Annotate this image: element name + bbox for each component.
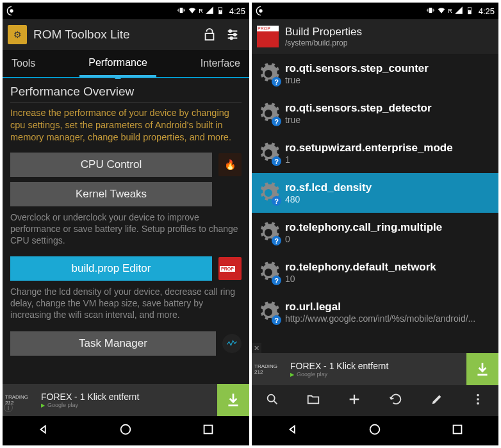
clock: 4:25 — [229, 6, 245, 16]
back-button[interactable] — [286, 422, 300, 439]
download-icon[interactable] — [466, 353, 498, 385]
ad-store: Google play — [290, 371, 466, 377]
property-name: ro.telephony.call_ring.multiple — [285, 221, 493, 234]
svg-point-13 — [268, 395, 275, 402]
bottom-toolbar — [252, 385, 498, 416]
property-value: http://www.google.com/intl/%s/mobile/and… — [285, 313, 493, 324]
navbar — [3, 416, 249, 445]
vibrate-icon — [177, 6, 186, 17]
svg-point-9 — [259, 9, 262, 12]
status-bar: R 4:25 — [252, 3, 498, 19]
recent-button[interactable] — [450, 422, 464, 439]
property-value: 0 — [285, 234, 493, 244]
app-header: ⚙ ROM Toolbox Lite — [3, 19, 249, 50]
property-row[interactable]: ro.telephony.call_ring.multiple0 — [252, 213, 498, 253]
add-icon[interactable] — [347, 392, 361, 409]
gear-icon — [257, 62, 280, 85]
ad-store: Google play — [41, 402, 217, 408]
svg-point-5 — [234, 33, 236, 36]
ad-banner[interactable]: ✕ TRADING 212 FOREX - 1 Klick entfernt G… — [252, 353, 498, 385]
svg-point-6 — [230, 37, 233, 40]
task-manager-button[interactable]: Task Manager — [10, 331, 216, 356]
property-row[interactable]: ro.qti.sensors.step_detectortrue — [252, 94, 498, 133]
property-name: ro.sf.lcd_density — [285, 181, 493, 194]
tabs: Tools Performance Interface — [3, 50, 249, 78]
svg-rect-8 — [204, 426, 212, 434]
edit-icon[interactable] — [430, 392, 444, 409]
settings-sliders-icon[interactable] — [221, 28, 244, 42]
gear-icon — [257, 142, 280, 165]
gear-icon — [257, 301, 280, 324]
property-row[interactable]: ro.setupwizard.enterprise_mode1 — [252, 133, 498, 173]
svg-point-17 — [370, 425, 380, 435]
tab-interface[interactable]: Interface — [192, 50, 249, 77]
download-icon[interactable] — [217, 384, 249, 416]
lock-icon[interactable] — [198, 28, 221, 42]
svg-rect-3 — [218, 10, 222, 14]
home-button[interactable] — [119, 422, 133, 439]
property-name: ro.qti.sensors.step_detector — [285, 102, 493, 115]
clock: 4:25 — [479, 6, 495, 16]
svg-rect-12 — [468, 10, 471, 14]
signal-icon — [205, 6, 214, 17]
svg-point-16 — [477, 402, 479, 405]
property-name: ro.qti.sensors.step_counter — [285, 62, 493, 75]
gear-icon — [257, 102, 280, 125]
buildprop-editor-button[interactable]: build.prop Editor — [10, 256, 212, 281]
restore-icon[interactable] — [389, 392, 403, 409]
property-row[interactable]: ro.sf.lcd_density480 — [252, 173, 498, 213]
tab-tools[interactable]: Tools — [3, 50, 44, 77]
gear-icon — [257, 221, 280, 244]
ad-brand-logo: TRADING 212 — [254, 356, 286, 382]
back-button[interactable] — [37, 422, 51, 439]
property-list[interactable]: ro.qti.sensors.step_countertruero.qti.se… — [252, 54, 498, 353]
close-icon[interactable]: ✕ — [252, 343, 261, 353]
svg-point-14 — [477, 394, 479, 397]
wifi-icon — [437, 6, 446, 17]
task-icon[interactable] — [222, 334, 242, 353]
kernel-tweaks-button[interactable]: Kernel Tweaks — [10, 182, 212, 206]
tab-performance[interactable]: Performance — [79, 51, 156, 78]
app-title: ROM Toolbox Lite — [33, 28, 198, 42]
section-title: Performance Overview — [10, 85, 242, 99]
svg-point-15 — [477, 398, 479, 401]
property-row[interactable]: ro.telephony.default_network10 — [252, 253, 498, 292]
cpu-control-button[interactable]: CPU Control — [10, 153, 212, 177]
recent-button[interactable] — [201, 422, 215, 439]
ad-info-icon[interactable]: i — [4, 403, 13, 412]
svg-rect-18 — [453, 426, 461, 434]
battery-icon — [465, 6, 474, 17]
ad-title: FOREX - 1 Klick entfernt — [290, 361, 466, 371]
property-value: true — [285, 75, 493, 85]
property-row[interactable]: ro.qti.sensors.step_countertrue — [252, 54, 498, 94]
search-icon[interactable] — [265, 392, 279, 409]
page-subtitle: /system/build.prop — [285, 38, 362, 47]
home-button[interactable] — [368, 422, 382, 439]
status-bar: R 4:25 — [3, 3, 249, 19]
property-value: 480 — [285, 194, 493, 204]
svg-point-4 — [229, 30, 232, 33]
property-name: ro.setupwizard.enterprise_mode — [285, 142, 493, 154]
prop-file-icon[interactable] — [218, 257, 242, 280]
cpu-icon[interactable]: 🔥 — [218, 153, 242, 176]
svg-rect-1 — [180, 7, 183, 12]
property-name: ro.telephony.default_network — [285, 261, 493, 274]
svg-point-7 — [121, 425, 131, 435]
battery-icon — [216, 6, 225, 17]
property-value: 10 — [285, 274, 493, 284]
cpu-desc: Overclock or underclock your device to i… — [10, 212, 242, 247]
buildprop-desc: Change the lcd density of your device, d… — [10, 286, 242, 321]
app-logo-icon: ⚙ — [8, 25, 27, 44]
overflow-icon[interactable] — [471, 392, 485, 409]
buildprop-header: Build Properties /system/build.prop — [252, 19, 498, 54]
gear-icon — [257, 261, 280, 284]
page-title: Build Properties — [285, 26, 362, 38]
property-row[interactable]: ro.url.legalhttp://www.google.com/intl/%… — [252, 292, 498, 332]
gear-icon — [257, 181, 280, 204]
folder-icon[interactable] — [306, 392, 320, 409]
navbar — [252, 416, 498, 445]
vibrate-icon — [426, 6, 435, 17]
svg-point-0 — [10, 9, 13, 12]
ad-title: FOREX - 1 Klick entfernt — [41, 392, 217, 402]
ad-banner[interactable]: TRADING 212 FOREX - 1 Klick entfernt Goo… — [3, 384, 249, 416]
